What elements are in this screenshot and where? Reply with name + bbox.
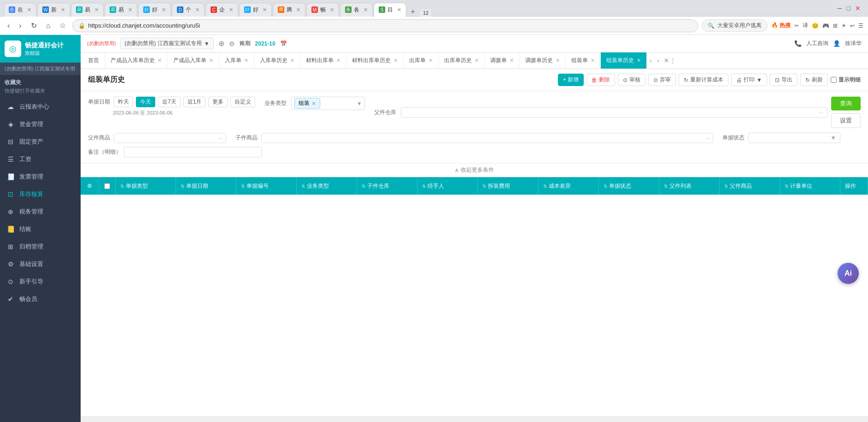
- sidebar-item-vip[interactable]: ✔ 畅会员: [0, 290, 81, 308]
- tab-close-7[interactable]: ✕: [229, 7, 233, 13]
- th-unit[interactable]: ⇅ 计量单位: [780, 177, 840, 195]
- page-tab-out[interactable]: 出库单 ✕: [404, 52, 439, 69]
- abandon-button[interactable]: ⊙ 弃审: [648, 74, 676, 86]
- th-child-warehouse[interactable]: ⇅ 子件仓库: [357, 177, 417, 195]
- sidebar-item-guide[interactable]: ⊙ 新手引导: [0, 273, 81, 290]
- game-icon[interactable]: 🎮: [822, 23, 829, 29]
- ai-assistant-button[interactable]: Ai: [838, 263, 859, 284]
- close-button[interactable]: ✕: [855, 5, 861, 12]
- search-box[interactable]: 🔍 大量安卓用户逃离: [702, 19, 768, 32]
- browser-tab-12[interactable]: S 目 ✕: [374, 3, 406, 17]
- translate-icon[interactable]: 译: [803, 22, 808, 29]
- tab-close-11[interactable]: ✕: [364, 7, 368, 13]
- business-type-tag-close[interactable]: ✕: [311, 100, 316, 107]
- date-btn-custom[interactable]: 自定义: [230, 97, 255, 107]
- print-button[interactable]: 🖨 打印 ▼: [731, 74, 767, 86]
- tab-close-9[interactable]: ✕: [296, 7, 300, 13]
- browser-tab-8[interactable]: 好 好 ✕: [239, 3, 272, 17]
- show-detail-checkbox-label[interactable]: 显示明细: [831, 76, 861, 84]
- sidebar-item-inventory[interactable]: ⊡ 库存核算: [0, 185, 81, 203]
- show-detail-checkbox[interactable]: [831, 77, 837, 83]
- tab-close-mat-out-history[interactable]: ✕: [393, 58, 398, 64]
- browser-tab-9[interactable]: 腾 腾 ✕: [273, 3, 305, 17]
- refresh-button-action[interactable]: ↻ 刷新: [800, 74, 828, 86]
- close-all-tabs[interactable]: ✕: [664, 57, 669, 64]
- tab-close-assemble[interactable]: ✕: [591, 58, 595, 64]
- tab-close-allot[interactable]: ✕: [510, 58, 514, 64]
- service-icon[interactable]: 📞: [794, 40, 802, 47]
- tab-close-5[interactable]: ✕: [162, 7, 166, 13]
- th-bill-type[interactable]: ⇅ 单据类型: [116, 177, 176, 195]
- maximize-button[interactable]: □: [847, 5, 850, 12]
- child-goods-input[interactable]: ···: [261, 133, 713, 143]
- add-button[interactable]: + 新增: [558, 74, 584, 86]
- child-goods-text-input[interactable]: [262, 133, 703, 143]
- undo-icon[interactable]: ↩: [850, 23, 855, 29]
- tab-close-stock-in-history[interactable]: ✕: [290, 58, 294, 64]
- delete-button[interactable]: 🗑 删除: [586, 74, 615, 86]
- business-type-input[interactable]: 组装 ✕ ▼: [291, 97, 365, 110]
- menu-icon[interactable]: ☰: [858, 23, 863, 29]
- company-selector[interactable]: (勿删勿禁用) 江西服宝测试专用 ▼: [120, 38, 213, 49]
- emoji-icon[interactable]: 😊: [812, 23, 819, 29]
- forward-button[interactable]: ›: [16, 20, 24, 32]
- page-tab-allot[interactable]: 调拨单 ✕: [485, 52, 520, 69]
- th-parent-goods[interactable]: ⇅ 父件商品: [720, 177, 780, 195]
- tab-close-out[interactable]: ✕: [428, 58, 433, 64]
- tab-close-4[interactable]: ✕: [128, 7, 132, 13]
- tab-close-10[interactable]: ✕: [330, 7, 334, 13]
- minimize-button[interactable]: ─: [838, 5, 842, 12]
- note-text-input[interactable]: [128, 149, 257, 156]
- th-bill-status[interactable]: ⇅ 单据状态: [599, 177, 659, 195]
- tab-close-2[interactable]: ✕: [61, 7, 65, 13]
- browser-tab-6[interactable]: D 个 ✕: [172, 3, 205, 17]
- approve-button[interactable]: ⊙ 审核: [618, 74, 645, 86]
- recalculate-button[interactable]: ↻ 重新计算成本: [679, 74, 728, 86]
- date-btn-1month[interactable]: 近1月: [183, 97, 206, 107]
- tab-close-assemble-history[interactable]: ✕: [637, 58, 641, 64]
- th-biz-type[interactable]: ⇅ 业务类型: [297, 177, 357, 195]
- child-goods-more-icon[interactable]: ···: [703, 133, 713, 143]
- tab-prev-arrow[interactable]: ‹: [647, 57, 654, 64]
- tab-close-out-history[interactable]: ✕: [475, 58, 479, 64]
- tab-next-arrow[interactable]: ›: [654, 57, 662, 64]
- horizontal-scrollbar[interactable]: [81, 416, 868, 422]
- add-company-icon[interactable]: ⊕: [218, 39, 224, 48]
- parent-warehouse-input[interactable]: ···: [401, 107, 827, 118]
- browser-tab-11[interactable]: 各 各 ✕: [340, 3, 373, 17]
- tab-close-mat-out[interactable]: ✕: [336, 58, 340, 64]
- favorites-bar[interactable]: 收藏夹 快捷键打开收藏夹: [0, 75, 81, 98]
- tab-close-stock-in[interactable]: ✕: [244, 58, 248, 64]
- th-bill-date[interactable]: ⇅ 单据日期: [176, 177, 236, 195]
- brightness-icon[interactable]: ☀: [841, 23, 846, 29]
- browser-tab-1[interactable]: 在 在 ✕: [4, 3, 36, 17]
- page-tab-mat-out-history[interactable]: 材料出库单历史 ✕: [346, 52, 404, 69]
- sidebar-item-tax[interactable]: ⊕ 税务管理: [0, 203, 81, 220]
- tab-close-prod-in[interactable]: ✕: [209, 58, 213, 64]
- tab-close-1[interactable]: ✕: [27, 7, 31, 13]
- page-tab-assemble[interactable]: 组装单 ✕: [566, 52, 601, 69]
- note-input[interactable]: [124, 147, 262, 157]
- page-tab-home[interactable]: 首页: [82, 52, 105, 69]
- th-disassemble-fee[interactable]: ⇅ 拆装费用: [478, 177, 538, 195]
- sidebar-item-settle[interactable]: 📒 结账: [0, 220, 81, 238]
- grid-icon[interactable]: ⊞: [833, 23, 838, 29]
- calendar-icon[interactable]: 📅: [280, 40, 287, 47]
- page-tab-mat-out[interactable]: 材料出库单 ✕: [300, 52, 346, 69]
- parent-goods-text-input[interactable]: [114, 133, 216, 143]
- tab-close-3[interactable]: ✕: [94, 7, 99, 13]
- browser-tab-10[interactable]: M 畅 ✕: [306, 3, 339, 17]
- th-handler[interactable]: ⇅ 经手人: [417, 177, 478, 195]
- browser-tab-7[interactable]: C 企 ✕: [205, 3, 238, 17]
- date-btn-today[interactable]: 今天: [136, 97, 155, 107]
- parent-warehouse-more-icon[interactable]: ···: [818, 109, 823, 116]
- date-btn-yesterday[interactable]: 昨天: [114, 97, 133, 107]
- browser-tab-5[interactable]: 好 好 ✕: [138, 3, 171, 17]
- th-settings[interactable]: ⚙: [81, 177, 99, 195]
- th-bill-no[interactable]: ⇅ 单据编号: [236, 177, 297, 195]
- page-tab-prod-in-history[interactable]: 产成品入库单历史 ✕: [105, 52, 168, 69]
- home-button[interactable]: ⌂: [43, 20, 53, 32]
- th-checkbox[interactable]: [99, 177, 116, 195]
- sidebar-item-cloud-report[interactable]: ☁ 云报表中心: [0, 98, 81, 116]
- back-button[interactable]: ‹: [5, 20, 12, 32]
